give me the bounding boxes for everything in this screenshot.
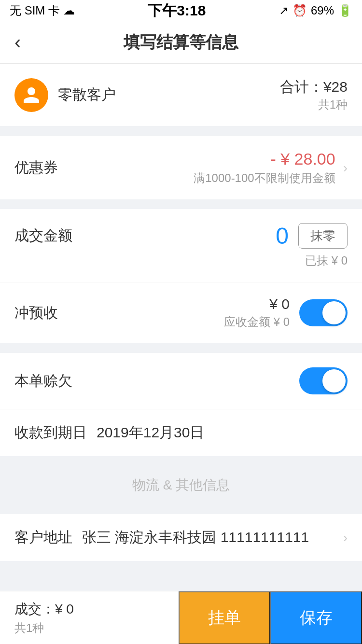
content-area: 零散客户 合计：¥28 共1种 优惠券 - ¥ 28.00 满1000-100不… bbox=[0, 64, 362, 644]
user-icon bbox=[22, 85, 41, 105]
amount-section: 成交金额 0 抹零 已抹 ¥ 0 bbox=[0, 209, 362, 282]
gap-2 bbox=[0, 199, 362, 209]
status-bar-time: 下午3:18 bbox=[148, 1, 206, 21]
address-value: 张三 海淀永丰科技园 11111111111 bbox=[82, 528, 343, 547]
status-bar-left: 无 SIM 卡 ☁ bbox=[10, 3, 75, 18]
round-button[interactable]: 抹零 bbox=[298, 223, 348, 249]
bottom-bar: 成交：¥ 0 共1种 挂单 保存 bbox=[0, 591, 362, 644]
prepay-amounts: ¥ 0 应收金额 ¥ 0 bbox=[224, 296, 290, 330]
coupon-value: - ¥ 28.00 bbox=[194, 150, 335, 168]
status-bar: 无 SIM 卡 ☁ 下午3:18 ↗ ⏰ 69% 🔋 bbox=[0, 0, 362, 21]
due-date-value: 2019年12月30日 bbox=[97, 423, 204, 443]
gap-5 bbox=[0, 504, 362, 514]
due-date-section: 收款到期日 2019年12月30日 bbox=[0, 409, 362, 456]
bottom-deal-label: 成交：¥ 0 bbox=[14, 600, 164, 618]
due-date-label: 收款到期日 bbox=[14, 423, 87, 443]
amount-label: 成交金额 bbox=[14, 226, 72, 246]
location-icon: ↗ bbox=[279, 4, 289, 17]
gap-1 bbox=[0, 126, 362, 136]
customer-row: 零散客户 合计：¥28 共1种 bbox=[0, 64, 362, 126]
prepay-toggle[interactable] bbox=[299, 299, 348, 326]
coupon-label: 优惠券 bbox=[14, 158, 58, 178]
amount-sub-text: 已抹 ¥ 0 bbox=[14, 253, 348, 268]
back-button[interactable]: ‹ bbox=[14, 31, 21, 53]
chevron-right-icon-2: › bbox=[343, 530, 348, 546]
amount-right: 0 抹零 bbox=[276, 223, 348, 249]
prepay-row: 冲预收 ¥ 0 应收金额 ¥ 0 bbox=[0, 282, 362, 343]
gap-6 bbox=[0, 561, 362, 571]
deal-prefix: 成交： bbox=[14, 602, 55, 616]
coupon-row[interactable]: 优惠券 - ¥ 28.00 满1000-100不限制使用金额 › bbox=[0, 136, 362, 199]
debt-section: 本单赊欠 bbox=[0, 353, 362, 409]
amount-top-row: 成交金额 0 抹零 bbox=[14, 223, 348, 249]
customer-avatar bbox=[14, 78, 48, 112]
status-bar-right: ↗ ⏰ 69% 🔋 bbox=[279, 4, 352, 17]
chevron-right-icon: › bbox=[343, 160, 348, 176]
gap-4 bbox=[0, 456, 362, 466]
battery-label: 69% bbox=[311, 4, 334, 17]
customer-name: 零散客户 bbox=[58, 85, 116, 105]
due-date-content: 收款到期日 2019年12月30日 bbox=[14, 423, 348, 443]
coupon-sub: 满1000-100不限制使用金额 bbox=[194, 170, 335, 186]
bottom-info: 成交：¥ 0 共1种 bbox=[0, 600, 179, 636]
page-title: 填写结算等信息 bbox=[124, 31, 238, 54]
battery-icon: 🔋 bbox=[338, 4, 352, 17]
save-button[interactable]: 保存 bbox=[270, 591, 362, 644]
customer-count-label: 共1种 bbox=[280, 97, 348, 112]
gap-7 bbox=[0, 571, 362, 580]
gap-8 bbox=[0, 580, 362, 590]
coupon-right: - ¥ 28.00 满1000-100不限制使用金额 › bbox=[194, 150, 348, 186]
divider-text: 物流 & 其他信息 bbox=[132, 476, 230, 494]
customer-totals: 合计：¥28 共1种 bbox=[280, 77, 348, 112]
prepay-sub: 应收金额 ¥ 0 bbox=[224, 314, 290, 330]
customer-info-left: 零散客户 bbox=[14, 78, 116, 112]
address-chevron: › bbox=[343, 530, 348, 546]
hang-button[interactable]: 挂单 bbox=[179, 591, 270, 644]
prepay-label: 冲预收 bbox=[14, 303, 58, 323]
nav-bar: ‹ 填写结算等信息 bbox=[0, 21, 362, 64]
toggle-knob bbox=[322, 301, 346, 324]
prepay-right: ¥ 0 应收金额 ¥ 0 bbox=[224, 296, 348, 330]
deal-value: ¥ 0 bbox=[55, 602, 74, 616]
customer-total-label: 合计：¥28 bbox=[280, 77, 348, 97]
debt-toggle-knob bbox=[322, 369, 346, 392]
bottom-count-label: 共1种 bbox=[14, 620, 164, 636]
address-label: 客户地址 bbox=[14, 528, 72, 547]
address-row[interactable]: 客户地址 张三 海淀永丰科技园 11111111111 › bbox=[0, 514, 362, 561]
prepay-value: ¥ 0 bbox=[224, 296, 290, 312]
logistics-divider: 物流 & 其他信息 bbox=[0, 466, 362, 504]
debt-label: 本单赊欠 bbox=[14, 371, 72, 391]
gap-3 bbox=[0, 343, 362, 353]
alarm-icon: ⏰ bbox=[292, 4, 307, 17]
amount-value: 0 bbox=[276, 223, 289, 249]
debt-toggle[interactable] bbox=[299, 367, 348, 394]
no-sim-label: 无 SIM 卡 ☁ bbox=[10, 3, 75, 18]
